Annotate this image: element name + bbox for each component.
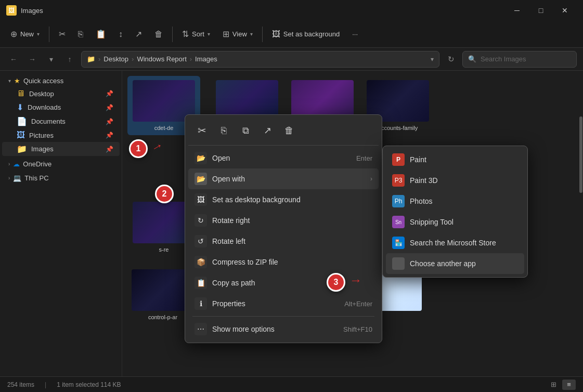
background-button[interactable]: 🖼 Set as background (267, 27, 345, 42)
delete-button[interactable]: 🗑 (149, 27, 168, 42)
refresh-button[interactable]: ↻ (444, 52, 458, 67)
forward-button[interactable]: → (25, 52, 40, 67)
share-button[interactable]: ↗ (130, 26, 147, 42)
status-bar: 254 items | 1 item selected 114 KB ⊞ ≡ (0, 376, 583, 392)
window-controls: ─ □ ✕ (505, 2, 577, 19)
more-button[interactable]: ··· (347, 27, 363, 41)
path-desktop: Desktop (103, 55, 128, 63)
thispc-icon: 💻 (13, 174, 21, 182)
photos-app-icon: Ph (392, 195, 405, 207)
ctx-paste-button[interactable]: ⧉ (236, 121, 255, 140)
chooseanother-icon (392, 257, 405, 270)
recent-button[interactable]: ▾ (44, 52, 58, 67)
copy-icon: ⎘ (78, 30, 83, 39)
scrollbar-thumb[interactable] (579, 116, 582, 193)
window-icon: 🖼 (6, 5, 17, 16)
copy-button[interactable]: ⎘ (73, 27, 88, 42)
ctx-copy-button[interactable]: ⎘ (214, 121, 233, 140)
path-separator-1: › (98, 55, 100, 63)
path-images: Images (195, 55, 217, 63)
back-button[interactable]: ← (6, 52, 21, 67)
ctx-openwith-arrow: › (370, 175, 372, 182)
new-button[interactable]: ⊕ New ▾ (5, 26, 45, 42)
address-bar: ← → ▾ ↑ 📁 › Desktop › Windows Report › I… (0, 48, 583, 71)
up-button[interactable]: ↑ (62, 52, 77, 67)
quick-access-header[interactable]: ▾ ★ Quick access (2, 75, 120, 87)
ctx-cut-button[interactable]: ✂ (192, 121, 211, 140)
share-icon: ↗ (135, 29, 142, 39)
submenu-openwith: P Paint P3 Paint 3D Ph Photos Sn Snippin… (382, 146, 528, 278)
submenu-photos[interactable]: Ph Photos (386, 191, 524, 212)
view-icon: ⊞ (223, 29, 229, 39)
toolbar-divider-3 (262, 27, 263, 42)
paste-button[interactable]: 📋 (90, 26, 111, 42)
ctx-copypath-icon: 📋 (195, 277, 207, 289)
onedrive-chevron: › (8, 161, 10, 167)
move-icon: ↕ (119, 30, 123, 39)
thispc-section: › 💻 This PC (0, 172, 122, 184)
sidebar-item-desktop[interactable]: 🖥 Desktop 📌 (2, 87, 120, 100)
scrollbar-track[interactable] (579, 71, 583, 376)
ctx-background-item[interactable]: 🖼 Set as desktop background (188, 189, 379, 210)
ctx-delete-button[interactable]: 🗑 (280, 121, 299, 140)
submenu-store[interactable]: 🏪 Search the Microsoft Store (386, 232, 524, 253)
step-bubble-3: 3 (327, 273, 345, 292)
ctx-properties-item[interactable]: ℹ Properties Alt+Enter (188, 293, 379, 314)
status-divider: | (45, 381, 46, 388)
pin-icon-downloads: 📌 (106, 104, 113, 111)
submenu-snipping[interactable]: Sn Snipping Tool (386, 212, 524, 232)
ctx-openwith-item[interactable]: 📂 Open with › (188, 168, 379, 189)
title-bar: 🖼 Images ─ □ ✕ (0, 0, 583, 21)
background-icon: 🖼 (272, 30, 280, 39)
ctx-compress-item[interactable]: 📦 Compress to ZIP file (188, 252, 379, 272)
ctx-open-icon: 📂 (195, 152, 207, 164)
move-button[interactable]: ↕ (113, 27, 128, 42)
submenu-paint[interactable]: P Paint (386, 149, 524, 170)
thispc-header[interactable]: › 💻 This PC (2, 172, 120, 184)
sidebar: ▾ ★ Quick access 🖥 Desktop 📌 ⬇ Downloads… (0, 71, 122, 376)
file-name-9: control-p-ar (148, 314, 177, 320)
sidebar-item-downloads[interactable]: ⬇ Downloads 📌 (2, 100, 120, 114)
ctx-rotateleft-icon: ↺ (195, 235, 207, 247)
list-view-toggle[interactable]: ≡ (562, 380, 576, 390)
grid-view-toggle[interactable]: ⊞ (547, 380, 560, 390)
ctx-rotateleft-item[interactable]: ↺ Rotate left (188, 231, 379, 252)
close-button[interactable]: ✕ (553, 2, 577, 19)
step-bubble-1: 1 (129, 139, 148, 158)
ctx-properties-icon: ℹ (195, 297, 207, 310)
sort-button[interactable]: ⇅ Sort ▾ (177, 26, 215, 42)
cut-button[interactable]: ✂ (54, 26, 71, 42)
star-icon: ★ (14, 77, 20, 85)
pin-icon-desktop: 📌 (106, 90, 113, 97)
ctx-moreoptions-icon: ⋯ (195, 323, 207, 335)
window-title: Images (21, 7, 501, 15)
new-chevron-icon: ▾ (37, 31, 40, 37)
view-button[interactable]: ⊞ View ▾ (217, 26, 258, 42)
path-dropdown-icon[interactable]: ▾ (431, 56, 434, 63)
maximize-button[interactable]: □ (529, 2, 553, 19)
address-path[interactable]: 📁 › Desktop › Windows Report › Images ▾ (81, 51, 439, 68)
search-box[interactable]: 🔍 Search Images (462, 51, 577, 68)
step-bubble-2: 2 (155, 185, 174, 203)
ctx-share-button[interactable]: ↗ (258, 121, 277, 140)
submenu-paint3d[interactable]: P3 Paint 3D (386, 170, 524, 191)
pin-icon-images: 📌 (106, 146, 113, 153)
status-item-count: 254 items (7, 381, 34, 388)
sidebar-item-images[interactable]: 📁 Images 📌 (2, 142, 120, 156)
paint3d-app-icon: P3 (392, 174, 405, 187)
onedrive-header[interactable]: › ☁ OneDrive (2, 158, 120, 170)
sidebar-item-pictures[interactable]: 🖼 Pictures 📌 (2, 128, 120, 142)
ctx-open-item[interactable]: 📂 Open Enter (188, 148, 379, 168)
ctx-compress-icon: 📦 (195, 256, 207, 268)
ctx-rotateright-item[interactable]: ↻ Rotate right (188, 210, 379, 231)
status-selected-info: 1 item selected 114 KB (57, 381, 121, 388)
sidebar-item-documents[interactable]: 📄 Documents 📌 (2, 114, 120, 128)
ctx-separator (192, 316, 374, 317)
minimize-button[interactable]: ─ (505, 2, 529, 19)
pin-icon-pictures: 📌 (106, 132, 113, 139)
ctx-moreoptions-item[interactable]: ⋯ Show more options Shift+F10 (188, 319, 379, 339)
search-icon: 🔍 (468, 55, 476, 63)
cut-icon: ✂ (59, 29, 66, 39)
ctx-properties-shortcut: Alt+Enter (344, 300, 372, 308)
submenu-chooseanother[interactable]: Choose another app (386, 253, 524, 274)
